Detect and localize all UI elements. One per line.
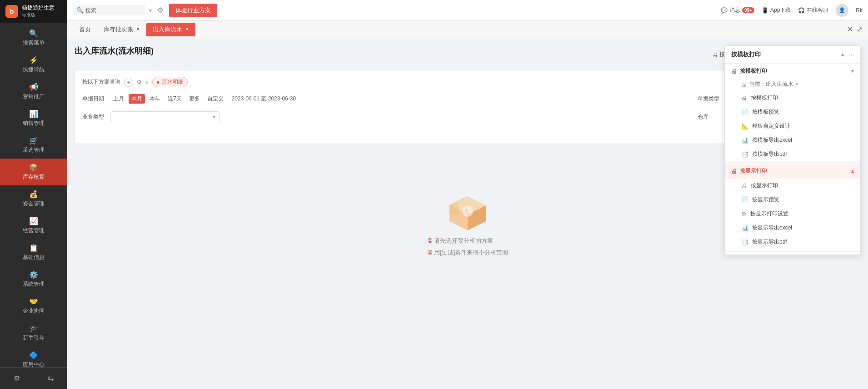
- sidebar-logo: b 畅捷通好生意 标准版: [0, 0, 67, 23]
- template-custom-item[interactable]: 📐 模板自定义设计: [725, 119, 860, 133]
- avatar-placeholder: 👤: [839, 7, 845, 13]
- app-download-btn[interactable]: 📱 App下载: [762, 6, 791, 14]
- biz-type-chevron-icon: ▾: [213, 114, 215, 120]
- template-print-section-icon: 🖨: [731, 68, 737, 75]
- display-preview-icon: 📄: [741, 196, 748, 203]
- topbar-gear-icon[interactable]: ⚙: [157, 6, 164, 15]
- template-preview-item[interactable]: 📄 按模板预览: [725, 105, 860, 119]
- biz-type-label: 业务类型: [82, 113, 105, 121]
- sidebar-item-basic[interactable]: 📋 基础信息: [0, 239, 67, 266]
- apps-icon: 🔷: [29, 351, 38, 359]
- sidebar-item-label: 采购管理: [23, 146, 45, 154]
- sidebar-item-marketing[interactable]: 📢 营销推广: [0, 78, 67, 105]
- sidebar-item-finance[interactable]: 💰 资金管理: [0, 185, 67, 212]
- sidebar-item-label: 资金管理: [23, 200, 45, 208]
- sidebar-settings-btn[interactable]: ⚙: [10, 372, 24, 384]
- topbar: 🔍 ▾ ⚙ 体验行业方案 💬 消息 99+ 📱 App下载 🎧 在线客服 👤 R: [67, 0, 868, 21]
- sidebar-item-label: 新手引导: [23, 334, 45, 342]
- display-export-pdf-item[interactable]: 📑 按显示导出pdf: [725, 235, 860, 249]
- coop-icon: 🤝: [29, 297, 38, 306]
- sidebar-bottom: ⚙ ⇆: [0, 367, 67, 389]
- display-print-item[interactable]: 🖨 按显示打印: [725, 179, 860, 193]
- sidebar-item-coop[interactable]: 🤝 企业协同: [0, 293, 67, 319]
- display-export-pdf-label: 按显示导出pdf: [752, 238, 787, 246]
- display-export-excel-label: 按显示导出excel: [752, 224, 792, 232]
- tabbar-controls: ✕ ⤢: [847, 25, 863, 34]
- sidebar-item-system[interactable]: ⚙️ 系统管理: [0, 266, 67, 293]
- display-print-section-header[interactable]: 🖨 按显示打印 ▴: [725, 164, 860, 179]
- date-btn-custom[interactable]: 自定义: [205, 94, 226, 104]
- custom-item-icon: 📐: [741, 123, 748, 130]
- template-custom-label: 模板自定义设计: [752, 122, 790, 130]
- tab-expand-btn[interactable]: ⤢: [857, 25, 863, 34]
- message-btn[interactable]: 💬 消息 99+: [721, 6, 754, 14]
- panel-scroll-up-btn[interactable]: ▲: [840, 51, 845, 58]
- tab-home[interactable]: 首页: [73, 23, 97, 36]
- date-btn-last-month[interactable]: 上月: [110, 94, 127, 104]
- page-title: 出入库流水(流水明细): [75, 45, 154, 56]
- tab-batch[interactable]: 库存批次账 ✕: [97, 23, 146, 36]
- date-btn-7days[interactable]: 近7天: [165, 94, 185, 104]
- online-service-label: 在线客服: [807, 6, 828, 14]
- current-chevron-icon: ▾: [796, 81, 798, 87]
- search-add-btn[interactable]: +: [124, 78, 133, 87]
- tab-batch-label: 库存批次账: [104, 25, 133, 34]
- sidebar-item-purchase[interactable]: 🛒 采购管理: [0, 132, 67, 159]
- online-service-btn[interactable]: 🎧 在线客服: [798, 6, 828, 14]
- template-print-section-header[interactable]: 🖨 按模板打印 ▾: [725, 64, 860, 79]
- tab-batch-close[interactable]: ✕: [136, 26, 140, 32]
- sidebar-item-quick[interactable]: ⚡ 快捷导航: [0, 51, 67, 78]
- date-btn-this-month[interactable]: 本月: [129, 94, 145, 104]
- date-btn-this-year[interactable]: 本年: [147, 94, 163, 104]
- tab-flow[interactable]: 出入库流水 ✕: [146, 23, 195, 36]
- sidebar-item-operations[interactable]: 📈 经营管理: [0, 212, 67, 239]
- template-print-item[interactable]: 🖨 按模板打印: [725, 91, 860, 105]
- dropdown-title: 按模板打印: [731, 50, 761, 59]
- print-icon: 🖨: [712, 51, 718, 58]
- app-badge: 标准版: [22, 12, 55, 18]
- set-default-btn[interactable]: ⚙ 设置默认功能 ▾: [725, 251, 860, 254]
- search-header-label: 按以下方案查询: [82, 78, 120, 86]
- display-excel-icon: 📊: [741, 224, 748, 231]
- dropdown-current: 🖨 当前：出入库流水 ▾: [725, 79, 860, 91]
- logo-icon: b: [5, 5, 18, 18]
- sidebar-item-search[interactable]: 🔍 搜索菜单: [0, 25, 67, 51]
- display-export-excel-item[interactable]: 📊 按显示导出excel: [725, 221, 860, 235]
- display-print-section-icon: 🖨: [731, 168, 737, 175]
- user-name: Rit: [856, 7, 863, 14]
- display-settings-icon: ⚙: [741, 210, 747, 217]
- finance-icon: 💰: [29, 190, 38, 199]
- sidebar-item-sales[interactable]: 📊 销售管理: [0, 105, 67, 132]
- sidebar-item-inventory[interactable]: 📦 库存核算: [0, 159, 67, 185]
- guide-icon: 🎓: [29, 324, 38, 333]
- pdf-item-icon: 📑: [741, 151, 748, 158]
- dropdown-scroll-area: 🖨 按模板打印 ▾ 🖨 当前：出入库流水 ▾ 🖨 按模板打印 📄 按模板预览 📐…: [725, 64, 860, 254]
- empty-illustration: !: [443, 185, 493, 235]
- sidebar-item-apps[interactable]: 🔷 应用中心: [0, 346, 67, 367]
- search-gear-icon[interactable]: ⚙: [137, 79, 142, 85]
- purchase-icon: 🛒: [29, 136, 38, 145]
- operations-icon: 📈: [29, 217, 38, 225]
- quick-icon: ⚡: [29, 56, 38, 65]
- sidebar-collapse-btn[interactable]: ⇆: [44, 372, 57, 384]
- search-input[interactable]: [85, 7, 140, 14]
- search-icon: 🔍: [76, 7, 84, 14]
- date-range-display: 2023-06-01 至 2023-06-30: [232, 95, 296, 103]
- search-chevron-icon: ▾: [149, 7, 152, 14]
- biz-type-select[interactable]: ▾: [110, 111, 219, 122]
- tab-flow-close[interactable]: ✕: [185, 26, 189, 32]
- tip2-num: ②: [427, 249, 433, 256]
- template-export-pdf-item[interactable]: 📑 按模板导出pdf: [725, 147, 860, 161]
- search-collapse-icon[interactable]: «: [145, 79, 149, 85]
- trial-btn[interactable]: 体验行业方案: [169, 4, 217, 17]
- tab-close-all-btn[interactable]: ✕: [847, 25, 853, 34]
- user-avatar[interactable]: 👤: [836, 4, 848, 17]
- topbar-search-box[interactable]: 🔍: [73, 5, 145, 15]
- template-export-excel-item[interactable]: 📊 按模板导出excel: [725, 133, 860, 147]
- date-btn-more[interactable]: 更多: [186, 94, 203, 104]
- display-print-settings-item[interactable]: ⚙ 按显示打印设置: [725, 207, 860, 221]
- sidebar-item-label: 库存核算: [23, 173, 45, 181]
- display-preview-item[interactable]: 📄 按显示预览: [725, 193, 860, 207]
- sidebar-item-guide[interactable]: 🎓 新手引导: [0, 319, 67, 346]
- excel-item-icon: 📊: [741, 137, 748, 144]
